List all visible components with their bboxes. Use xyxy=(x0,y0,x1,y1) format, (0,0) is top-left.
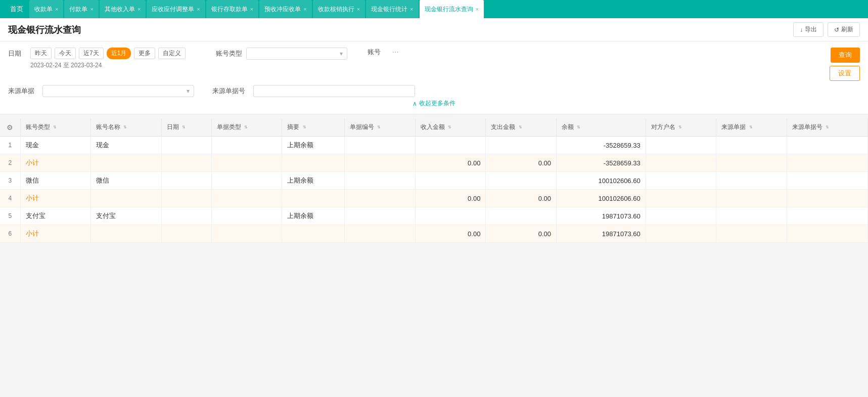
data-table: ⚙ 账号类型 ⇅ 账号名称 ⇅ 日期 ⇅ 单据类型 ⇅ xyxy=(0,118,868,243)
sort-source-doc-no-icon: ⇅ xyxy=(826,125,829,129)
row-account-type: 小计 xyxy=(20,190,91,207)
nav-tab-hexiao[interactable]: 收款核销执行 × xyxy=(313,0,365,18)
row-source-doc xyxy=(716,207,787,225)
page-header: 现金银行流水查询 ↓ 导出 ↺ 刷新 xyxy=(0,18,868,41)
row-doc-no xyxy=(345,207,416,225)
close-tab-icon[interactable]: × xyxy=(303,6,306,12)
row-account-type: 支付宝 xyxy=(20,207,91,225)
col-doc-type[interactable]: 单据类型 ⇅ xyxy=(211,118,282,137)
table-row: 1现金现金上期余额-3528659.33 xyxy=(0,137,868,154)
sort-balance-icon: ⇅ xyxy=(577,125,580,129)
nav-tab-qitashoru[interactable]: 其他收入单 × xyxy=(100,0,146,18)
row-doc-type xyxy=(211,190,282,207)
close-tab-icon[interactable]: × xyxy=(90,6,93,12)
col-counterpart[interactable]: 对方户名 ⇅ xyxy=(646,118,716,137)
account-type-select[interactable]: ▾ xyxy=(246,48,347,60)
close-tab-icon[interactable]: × xyxy=(197,6,200,12)
nav-tab-tongji[interactable]: 现金银行统计 × xyxy=(366,0,418,18)
row-account-name: 微信 xyxy=(91,172,162,190)
source-filter-row: 来源单据 ▾ 来源单据号 xyxy=(8,85,860,97)
row-counterpart xyxy=(646,154,716,172)
account-dots-icon[interactable]: ··· xyxy=(392,48,398,57)
source-doc-chevron-icon: ▾ xyxy=(187,87,190,95)
source-doc-no-input[interactable] xyxy=(253,85,415,97)
close-tab-icon[interactable]: × xyxy=(357,6,360,12)
nav-tab-yushou[interactable]: 预收冲应收单 × xyxy=(259,0,311,18)
nav-tab-fukuan[interactable]: 付款单 × xyxy=(64,0,98,18)
nav-tab-tiaozhendan[interactable]: 应收应付调整单 × xyxy=(147,0,205,18)
close-tab-icon[interactable]: × xyxy=(410,6,413,12)
row-doc-type xyxy=(211,154,282,172)
row-source-doc xyxy=(716,172,787,190)
row-counterpart xyxy=(646,190,716,207)
row-expense: 0.00 xyxy=(486,154,557,172)
row-source-doc xyxy=(716,190,787,207)
col-source-doc-no[interactable]: 来源单据号 ⇅ xyxy=(787,118,867,137)
date-btn-today[interactable]: 今天 xyxy=(55,48,76,59)
col-expense[interactable]: 支出金额 ⇅ xyxy=(486,118,557,137)
row-date xyxy=(161,225,211,243)
refresh-button[interactable]: ↺ 刷新 xyxy=(828,22,860,37)
table-row: 2小计0.000.00-3528659.33 xyxy=(0,154,868,172)
table-row: 5支付宝支付宝上期余额19871073.60 xyxy=(0,207,868,225)
row-account-type: 微信 xyxy=(20,172,91,190)
row-doc-no xyxy=(345,190,416,207)
row-doc-no xyxy=(345,137,416,154)
date-btn-custom[interactable]: 自定义 xyxy=(158,48,186,59)
date-btn-yesterday[interactable]: 昨天 xyxy=(30,48,52,59)
col-summary[interactable]: 摘要 ⇅ xyxy=(282,118,345,137)
col-date[interactable]: 日期 ⇅ xyxy=(161,118,211,137)
row-doc-no xyxy=(345,225,416,243)
account-label: 账号 xyxy=(368,48,386,57)
close-tab-icon[interactable]: × xyxy=(55,6,58,12)
col-account-type[interactable]: 账号类型 ⇅ xyxy=(20,118,91,137)
source-doc-label: 来源单据 xyxy=(8,86,34,96)
date-btn-1month[interactable]: 近1月 xyxy=(107,48,131,59)
row-num: 1 xyxy=(0,137,20,154)
row-account-name: 现金 xyxy=(91,137,162,154)
row-expense xyxy=(486,207,557,225)
col-income[interactable]: 收入金额 ⇅ xyxy=(415,118,486,137)
row-income: 0.00 xyxy=(415,190,486,207)
row-source-doc xyxy=(716,137,787,154)
source-doc-select[interactable]: ▾ xyxy=(42,85,194,97)
nav-tab-liushui[interactable]: 现金银行流水查询 × xyxy=(420,0,484,18)
row-counterpart xyxy=(646,225,716,243)
close-active-tab-icon[interactable]: × xyxy=(476,6,479,12)
row-num: 5 xyxy=(0,207,20,225)
row-counterpart xyxy=(646,172,716,190)
row-income xyxy=(415,137,486,154)
nav-tab-cunkuantan[interactable]: 银行存取款单 × xyxy=(206,0,258,18)
row-num: 2 xyxy=(0,154,20,172)
sort-doc-no-icon: ⇅ xyxy=(377,125,381,129)
row-source-doc-no xyxy=(787,137,867,154)
col-balance[interactable]: 余额 ⇅ xyxy=(557,118,646,137)
col-doc-no[interactable]: 单据编号 ⇅ xyxy=(345,118,416,137)
gear-icon[interactable]: ⚙ xyxy=(7,123,13,131)
row-source-doc xyxy=(716,154,787,172)
row-balance: -3528659.33 xyxy=(557,154,646,172)
row-summary: 上期余额 xyxy=(282,207,345,225)
close-tab-icon[interactable]: × xyxy=(250,6,253,12)
col-account-name[interactable]: 账号名称 ⇅ xyxy=(91,118,162,137)
settings-button[interactable]: 设置 xyxy=(830,66,860,81)
row-balance: -3528659.33 xyxy=(557,137,646,154)
date-btn-7days[interactable]: 近7天 xyxy=(79,48,104,59)
collapse-bar[interactable]: ∧ 收起更多条件 xyxy=(8,99,860,108)
table-row: 4小计0.000.00100102606.60 xyxy=(0,190,868,207)
close-tab-icon[interactable]: × xyxy=(138,6,141,12)
sort-counterpart-icon: ⇅ xyxy=(678,125,682,129)
row-account-type: 小计 xyxy=(20,225,91,243)
sort-source-doc-icon: ⇅ xyxy=(749,125,753,129)
col-source-doc[interactable]: 来源单据 ⇅ xyxy=(716,118,787,137)
header-actions: ↓ 导出 ↺ 刷新 xyxy=(793,22,860,37)
nav-tab-shoukuan[interactable]: 收款单 × xyxy=(29,0,63,18)
date-btn-more[interactable]: 更多 xyxy=(134,48,155,59)
row-income xyxy=(415,207,486,225)
account-type-label: 账号类型 xyxy=(216,49,242,58)
nav-home[interactable]: 首页 xyxy=(4,0,29,18)
query-button[interactable]: 查询 xyxy=(831,48,860,63)
row-summary xyxy=(282,154,345,172)
row-account-type: 小计 xyxy=(20,154,91,172)
export-button[interactable]: ↓ 导出 xyxy=(793,22,824,37)
